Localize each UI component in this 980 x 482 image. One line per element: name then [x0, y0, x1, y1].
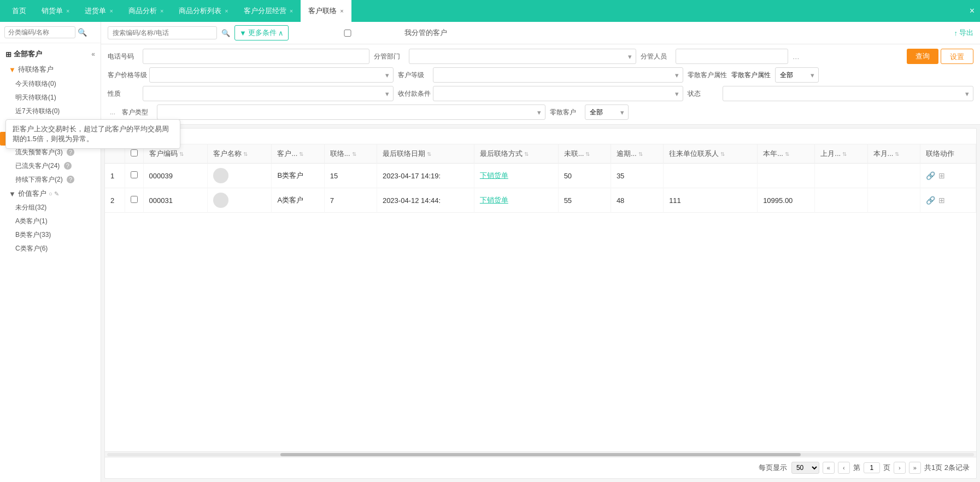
- close-icon[interactable]: ×: [160, 8, 163, 14]
- payment-select[interactable]: [433, 86, 684, 101]
- link-action-icon[interactable]: 🔗: [926, 196, 935, 205]
- cell-code: 000039: [143, 164, 207, 188]
- sidebar-section-value[interactable]: ▼ 价值客户 ○ ✎: [0, 187, 101, 201]
- contact-method-link[interactable]: 下销货单: [480, 196, 508, 204]
- col-last-month: 上月...⇅: [815, 144, 867, 164]
- prev-page-button[interactable]: ‹: [838, 462, 850, 474]
- cell-level: A类客户: [272, 188, 324, 213]
- price-level-select[interactable]: [149, 67, 394, 83]
- row-checkbox[interactable]: [131, 171, 138, 178]
- col-this-year: 本年...⇅: [758, 144, 815, 164]
- close-icon[interactable]: ×: [109, 8, 113, 14]
- per-page-select[interactable]: 50 100 200: [791, 462, 819, 474]
- status-label: 状态: [688, 89, 720, 98]
- export-button[interactable]: ↑ 导出: [954, 28, 974, 38]
- sidebar-item-a-class[interactable]: A类客户(1): [0, 214, 101, 228]
- page-label: 第: [853, 463, 860, 473]
- grid-action-icon[interactable]: ⊞: [938, 196, 945, 205]
- nav-item-customer-tier[interactable]: 客户分层经营 ×: [236, 0, 301, 22]
- edit-icon[interactable]: ○ ✎: [49, 190, 59, 198]
- sidebar-section-pending[interactable]: ▼ 待联络客户: [0, 62, 101, 77]
- col-last-date: 最后联络日期⇅: [377, 144, 474, 164]
- sidebar-item-declining[interactable]: 持续下滑客户(2) ?: [0, 173, 101, 187]
- sidebar-item-7day-contact[interactable]: 近7天待联络(0): [0, 104, 101, 118]
- branch-dept-select-wrap: [409, 49, 636, 64]
- cell-code: 000031: [143, 188, 207, 213]
- gender-select[interactable]: [143, 86, 394, 101]
- nav-item-analysis-list[interactable]: 商品分析列表 ×: [171, 0, 236, 22]
- last-page-button[interactable]: »: [909, 462, 921, 474]
- horizontal-scrollbar[interactable]: [105, 451, 976, 457]
- filter-row-4: ... 客户类型 零散客户 全部: [108, 104, 973, 120]
- payment-select-wrap: [433, 86, 684, 101]
- phone-input[interactable]: [143, 49, 369, 64]
- sidebar-all-customers[interactable]: ⊞ 全部客户 «: [0, 47, 101, 62]
- scrollbar-thumb[interactable]: [280, 453, 801, 456]
- sidebar-item-b-class[interactable]: B类客户(33): [0, 228, 101, 242]
- contact-method-link[interactable]: 下销货单: [480, 171, 508, 179]
- query-button[interactable]: 查询: [907, 49, 938, 64]
- search-input[interactable]: [108, 26, 217, 39]
- close-icon[interactable]: ×: [225, 8, 228, 14]
- retail-attr-select[interactable]: 全部: [775, 67, 819, 83]
- sidebar-item-churned[interactable]: 已流失客户(24) ?: [0, 159, 101, 173]
- sidebar-item-today-contact[interactable]: 今天待联络(0): [0, 77, 101, 91]
- nav-item-purchase[interactable]: 进货单 ×: [77, 0, 120, 22]
- sidebar-item-c-class[interactable]: C类客户(6): [0, 242, 101, 255]
- collapse-icon[interactable]: «: [91, 50, 95, 58]
- total-info: 共1页 2条记录: [924, 463, 970, 473]
- more-icon[interactable]: …: [793, 53, 800, 61]
- my-customers-checkbox[interactable]: [293, 30, 402, 37]
- cell-last-method: 下销货单: [474, 188, 558, 213]
- table-scroll-wrap[interactable]: 客户编码⇅ 客户名称⇅ 客户...⇅ 联络...⇅ 最后联络日期⇅ 最后联络方式…: [105, 144, 976, 451]
- chevron-icon: ∧: [278, 29, 284, 37]
- table-row: 1 000039 B类客户 15 2023-04-17 14:19: 下销货单 …: [105, 164, 976, 188]
- retail-customer-select[interactable]: 全部: [585, 104, 629, 120]
- retail-attr-label: 零散客户属性: [688, 71, 727, 80]
- first-page-button[interactable]: «: [823, 462, 835, 474]
- nav-item-customer-contact[interactable]: 客户联络 ×: [301, 0, 351, 22]
- filter-row-1: 电话号码 分管部门 分管人员 … 查询 设置: [108, 49, 973, 64]
- filter-customer-type-field: 客户类型: [122, 104, 545, 120]
- window-close-button[interactable]: ×: [970, 6, 975, 16]
- link-action-icon[interactable]: 🔗: [926, 171, 935, 180]
- grid-action-icon[interactable]: ⊞: [938, 171, 945, 180]
- cell-no-contact: 50: [558, 164, 611, 188]
- select-all-checkbox[interactable]: [131, 149, 138, 156]
- cell-contact-count: 15: [324, 164, 377, 188]
- nav-item-sales[interactable]: 销货单 ×: [34, 0, 77, 22]
- nav-item-analysis[interactable]: 商品分析 ×: [121, 0, 171, 22]
- filter-retail-customer-field: 零散客户 全部: [550, 104, 973, 120]
- retail-customer-select-wrap: 全部: [585, 104, 629, 120]
- status-select-wrap: [723, 86, 973, 101]
- branch-person-input[interactable]: [676, 49, 788, 64]
- top-nav: 首页 销货单 × 进货单 × 商品分析 × 商品分析列表 × 客户分层经营 × …: [0, 0, 980, 22]
- close-icon[interactable]: ×: [340, 8, 343, 14]
- nav-item-home[interactable]: 首页: [4, 0, 34, 22]
- customer-type-select[interactable]: [157, 104, 545, 120]
- next-page-button[interactable]: ›: [894, 462, 906, 474]
- cell-overdue: 35: [611, 164, 663, 188]
- cell-contacts: 111: [664, 188, 758, 213]
- branch-dept-select[interactable]: [409, 49, 636, 64]
- row-checkbox[interactable]: [131, 196, 138, 203]
- more-conditions-button[interactable]: ▼ 更多条件 ∧: [234, 25, 289, 40]
- close-icon[interactable]: ×: [66, 8, 69, 14]
- search-icon[interactable]: 🔍: [221, 29, 230, 37]
- settings-button[interactable]: 设置: [941, 49, 973, 64]
- customer-level-select[interactable]: [433, 67, 684, 83]
- status-select[interactable]: [723, 86, 973, 101]
- sidebar-item-tomorrow-contact[interactable]: 明天待联络(1): [0, 91, 101, 104]
- sidebar-search-input[interactable]: [4, 26, 75, 38]
- filter-customer-level-field: 客户等级: [398, 67, 684, 83]
- close-icon[interactable]: ×: [290, 8, 293, 14]
- filter-payment-field: 收付款条件: [398, 86, 684, 101]
- tooltip-box: 距客户上次交易时长，超过了此客户的平均交易周期的1.5倍，则视为异常。: [101, 119, 180, 149]
- price-level-label: 客户价格等级: [108, 71, 147, 80]
- filter-branch-dept-field: 分管部门: [374, 49, 636, 64]
- sidebar-item-ungrouped[interactable]: 未分组(32): [0, 201, 101, 214]
- avatar: [213, 193, 228, 208]
- sidebar-search-icon[interactable]: 🔍: [78, 28, 87, 37]
- filter-more-button[interactable]: ...: [108, 108, 118, 116]
- page-input[interactable]: [864, 462, 880, 473]
